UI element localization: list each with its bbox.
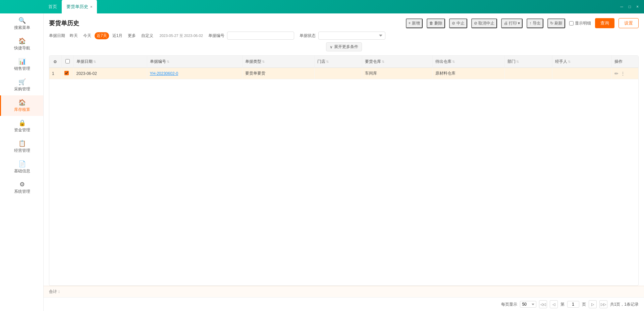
tab-home[interactable]: 首页	[44, 0, 62, 13]
finance-label: 资金管理	[14, 127, 30, 133]
col-header-handler[interactable]: 经手人⇅	[552, 56, 611, 68]
cell-index: 1	[49, 68, 61, 79]
date-filter-label: 单据日期	[49, 33, 65, 39]
status-filter-label: 单据状态	[300, 33, 316, 39]
cell-docType: 要货单要货	[242, 68, 314, 79]
table-container: ⚙单据日期⇅单据编号⇅单据类型⇅门店⇅要货仓库⇅待出仓库⇅部门⇅经手人⇅操作 1…	[49, 55, 639, 286]
layout: 🔍 搜索菜单 🏠 快捷导航 📊 销售管理 🛒 采购管理 🏠 库存核算 🔒 资金管…	[0, 13, 644, 311]
table-footer: 合计：	[44, 286, 644, 297]
expand-icon: ∨	[330, 45, 333, 49]
sidebar-item-basic-info[interactable]: 📄 基础信息	[0, 157, 43, 177]
new-button[interactable]: + 新增	[406, 18, 423, 28]
date-tab-4[interactable]: 更多	[126, 32, 138, 39]
system-icon: ⚙	[19, 181, 25, 187]
operations-label: 经营管理	[14, 148, 30, 153]
export-button[interactable]: ↑ 导出	[527, 18, 543, 28]
display-detail-toggle[interactable]: 显示明细	[569, 20, 591, 26]
page-size-select[interactable]: 102050100	[520, 301, 536, 308]
last-page-button[interactable]: ▷▷	[599, 300, 607, 308]
refresh-button[interactable]: ↻ 刷新	[547, 18, 565, 28]
settings-button[interactable]: 设置	[619, 18, 639, 28]
sidebar-item-sales[interactable]: 📊 销售管理	[0, 54, 43, 75]
cell-department	[504, 68, 552, 79]
table-head: ⚙单据日期⇅单据编号⇅单据类型⇅门店⇅要货仓库⇅待出仓库⇅部门⇅经手人⇅操作	[49, 56, 638, 68]
status-select[interactable]	[318, 32, 385, 40]
sidebar-item-system[interactable]: ⚙ 系统管理	[0, 177, 43, 198]
date-tab-2[interactable]: 近7天	[95, 32, 109, 39]
display-detail-checkbox[interactable]	[569, 21, 574, 26]
print-dropdown-icon: ▾	[518, 21, 520, 26]
pagination-bar: 每页显示 102050100 ◁◁ ◁ 第 页 ▷ ▷▷ 共1页，1条记录	[44, 297, 644, 311]
cell-handler	[552, 68, 611, 79]
col-header-store[interactable]: 门店⇅	[314, 56, 362, 68]
sidebar-item-purchase[interactable]: 🛒 采购管理	[0, 75, 43, 95]
filter-area: 单据日期 昨天今天近7天近1月更多自定义 2023-05-27 至 2023-0…	[44, 28, 644, 53]
tab-active[interactable]: 要货单历史 ×	[62, 0, 97, 13]
date-tab-5[interactable]: 自定义	[139, 32, 155, 39]
search-menu-icon: 🔍	[18, 17, 26, 24]
prev-page-button[interactable]: ◁	[550, 300, 558, 308]
date-tab-0[interactable]: 昨天	[68, 32, 80, 39]
doc-link-0[interactable]: YH-20230602-0	[150, 71, 178, 76]
date-tab-1[interactable]: 今天	[81, 32, 93, 39]
basic-info-label: 基础信息	[14, 168, 30, 174]
table-row: 12023-06-02YH-20230602-0要货单要货车间库原材料仓库✏⋮	[49, 68, 638, 79]
cell-docNo[interactable]: YH-20230602-0	[147, 68, 242, 79]
col-header-department[interactable]: 部门⇅	[504, 56, 552, 68]
close-icon[interactable]: ×	[636, 4, 639, 9]
maximize-icon[interactable]: □	[629, 4, 631, 9]
query-button[interactable]: 查询	[595, 18, 614, 28]
date-range: 2023-05-27 至 2023-06-02	[159, 33, 203, 38]
stop-button[interactable]: ⊘ 中止	[449, 18, 467, 28]
date-tab-3[interactable]: 近1月	[110, 32, 125, 39]
row-checkbox-0[interactable]	[64, 71, 69, 75]
expand-more-button[interactable]: ∨ 展开更多条件	[326, 42, 362, 51]
operations-icon: 📋	[18, 140, 26, 146]
window-controls: ─ □ ×	[620, 4, 644, 9]
sidebar-item-quick-nav[interactable]: 🏠 快捷导航	[0, 34, 43, 54]
col-header-reqWarehouse[interactable]: 要货仓库⇅	[362, 56, 433, 68]
toolbar: + 新增 🗑 删除 ⊘ 中止 ⊘ 取消中止 🖨 打印 ▾ ↑ 导出	[406, 18, 639, 28]
col-header-pendingWarehouse[interactable]: 待出仓库⇅	[432, 56, 504, 68]
minimize-icon[interactable]: ─	[620, 4, 623, 9]
sales-icon: 📊	[18, 58, 26, 64]
action-more-0[interactable]: ⋮	[621, 71, 625, 76]
cancel-stop-button[interactable]: ⊘ 取消中止	[471, 18, 497, 28]
next-page-button[interactable]: ▷	[589, 300, 597, 308]
delete-button[interactable]: 🗑 删除	[427, 18, 445, 28]
cell-pendingWarehouse: 原材料仓库	[432, 68, 504, 79]
finance-icon: 🔒	[18, 120, 26, 126]
docno-input[interactable]	[227, 32, 294, 40]
action-edit-0[interactable]: ✏	[614, 71, 619, 76]
sidebar-item-operations[interactable]: 📋 经营管理	[0, 136, 43, 157]
system-label: 系统管理	[14, 189, 30, 194]
sidebar-item-inventory[interactable]: 🏠 库存核算	[0, 95, 43, 116]
table-header-row: ⚙单据日期⇅单据编号⇅单据类型⇅门店⇅要货仓库⇅待出仓库⇅部门⇅经手人⇅操作	[49, 56, 638, 68]
main-content: 要货单历史 + 新增 🗑 删除 ⊘ 中止 ⊘ 取消中止 🖨 打印 ▾	[44, 13, 644, 311]
sales-label: 销售管理	[14, 66, 30, 72]
cell-checkbox[interactable]	[61, 68, 73, 79]
col-header-checkbox	[61, 56, 73, 68]
purchase-icon: 🛒	[18, 79, 26, 85]
print-button[interactable]: 🖨 打印 ▾	[501, 18, 523, 28]
cell-store	[314, 68, 362, 79]
date-filter-group: 单据日期 昨天今天近7天近1月更多自定义 2023-05-27 至 2023-0…	[49, 32, 203, 39]
first-page-button[interactable]: ◁◁	[539, 300, 547, 308]
col-header-docType[interactable]: 单据类型⇅	[242, 56, 314, 68]
col-header-settings: ⚙	[49, 56, 61, 68]
status-filter-group: 单据状态	[300, 32, 385, 40]
page-input[interactable]	[567, 301, 579, 308]
tab-close-icon[interactable]: ×	[90, 5, 92, 9]
col-header-action: 操作	[611, 56, 638, 68]
docno-filter-label: 单据编号	[208, 33, 224, 39]
top-bar: 首页 要货单历史 × ─ □ ×	[0, 0, 644, 13]
col-settings-icon[interactable]: ⚙	[53, 59, 57, 64]
sidebar-item-search-menu[interactable]: 🔍 搜索菜单	[0, 13, 43, 34]
basic-info-icon: 📄	[18, 161, 26, 167]
col-header-docNo[interactable]: 单据编号⇅	[147, 56, 242, 68]
select-all-checkbox[interactable]	[65, 59, 70, 63]
sidebar-item-finance[interactable]: 🔒 资金管理	[0, 116, 43, 136]
cell-action[interactable]: ✏⋮	[611, 68, 638, 79]
date-tabs: 昨天今天近7天近1月更多自定义	[68, 32, 155, 39]
col-header-docDate[interactable]: 单据日期⇅	[73, 56, 147, 68]
